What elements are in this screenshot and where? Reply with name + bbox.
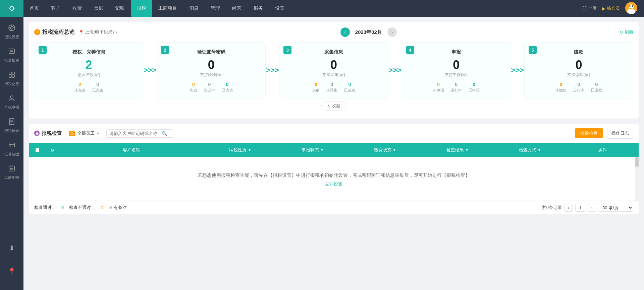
nav-home[interactable]: 首页 [23, 0, 45, 17]
nav-fee[interactable]: 收费 [66, 0, 88, 17]
step-arrow-3: >>> [388, 42, 402, 98]
check-pass-label: 检查通过： [34, 205, 56, 211]
month-prev-btn[interactable]: ‹ [340, 27, 350, 37]
step-arrow-4: >>> [511, 42, 524, 98]
refresh-btn[interactable]: ↻ 刷新 [620, 29, 633, 35]
scrollbar-thumb[interactable] [635, 157, 639, 167]
avatar[interactable] [625, 2, 637, 15]
tax-records-icon [8, 118, 15, 127]
nav-operation[interactable]: 经营 [226, 0, 248, 17]
step-big-num-5: 0 [530, 58, 628, 72]
th-declare-status: 申报状态 ▼ [276, 147, 349, 153]
nav-business[interactable]: 工商项目 [152, 0, 183, 17]
step-title-2: 验证账号密码 [162, 49, 260, 55]
step-stats-2: 0 失败 0 验证中 0 已成功 [162, 82, 260, 93]
fullscreen-btn[interactable]: ⛶ 全屏 [582, 5, 597, 11]
svg-rect-18 [12, 75, 14, 77]
download-icon: ⬇ [9, 244, 15, 252]
table-footer: 检查通过： 0 检查不通过： 0 ☑ 有备注 共0条记录 ‹ 1 › 30 条/… [29, 201, 639, 214]
collapse-btn[interactable]: ∧ 收起 [321, 101, 346, 111]
nav-customer[interactable]: 客户 [45, 0, 66, 17]
svg-point-5 [632, 5, 633, 7]
scrollbar[interactable] [635, 157, 639, 201]
nav-accounting[interactable]: 记账 [109, 0, 131, 17]
svg-point-2 [629, 4, 634, 9]
setup-link[interactable]: 立即设置 [325, 181, 342, 187]
purple-circle-icon: ◉ [34, 131, 40, 136]
search-input[interactable] [109, 131, 160, 136]
per-page-select[interactable]: 30 条/页 50 条/页 100 条/页 [599, 204, 633, 212]
stat-label: 已申报 [469, 88, 480, 93]
stat-label: 失败 [312, 88, 320, 93]
check-fail-value[interactable]: 0 [101, 205, 103, 210]
app-logo[interactable] [0, 0, 23, 17]
collapse-row: ∧ 收起 [34, 98, 633, 113]
filter-icon[interactable]: ▼ [248, 148, 252, 152]
nav-manage[interactable]: 管理 [205, 0, 226, 17]
sidebar-location[interactable]: 📍 [0, 260, 23, 283]
vip-btn[interactable]: ▶ 畅会员 [602, 5, 620, 11]
month-next-btn[interactable]: › [387, 27, 397, 37]
step-big-num-4: 0 [408, 58, 505, 72]
stat-val: 0 [315, 82, 317, 87]
sidebar-item-batch-tax[interactable]: 批量报税 [0, 44, 23, 67]
svg-point-19 [10, 96, 13, 98]
sidebar-item-annual-report[interactable]: 工商年报 [0, 161, 23, 184]
batch-check-button[interactable]: 批量检查 [575, 128, 603, 138]
stat-val: 0 [331, 82, 333, 87]
stat-item: 0 失败 [312, 82, 320, 93]
nav-tax[interactable]: 报税 [131, 0, 152, 17]
nav-settings[interactable]: 设置 [269, 0, 290, 17]
location-tag[interactable]: 📍 上海(电子税局) ∨ [78, 29, 118, 35]
check-pass-value[interactable]: 0 [61, 205, 64, 210]
step-num-3: 3 [283, 46, 291, 54]
arrow-icon: >>> [266, 66, 279, 75]
stat-val: 0 [348, 82, 351, 87]
prev-page-btn[interactable]: ‹ [565, 204, 573, 212]
th-gear[interactable]: ⚙ [46, 148, 59, 153]
stat-val: 0 [437, 82, 440, 87]
stat-item: 0 未缴款 [555, 82, 567, 93]
search-icon[interactable]: 🔍 [162, 131, 167, 136]
step-card-2: 2 验证账号密码 0 支持验证(家) 0 失败 0 验证中 0 已成功 [157, 42, 266, 98]
sidebar-item-tax-settings[interactable]: 报税设置 [0, 20, 23, 44]
nav-message[interactable]: 消息 [183, 0, 205, 17]
nav-invoice[interactable]: 票据 [88, 0, 109, 17]
step-big-num-2: 0 [162, 58, 260, 72]
top-navigation: 首页 客户 收费 票据 记账 报税 工商项目 消息 管理 经营 服务 设置 ⛶ … [0, 0, 644, 17]
employee-select[interactable]: 员 全部员工 ∨ [66, 129, 102, 138]
svg-rect-17 [9, 75, 11, 77]
month-nav: ‹ 2023年02月 › [340, 27, 397, 37]
step-num-4: 4 [406, 46, 414, 54]
stat-label: 已成功 [344, 88, 355, 93]
sidebar-item-clearing[interactable]: 汇算清缴 [0, 137, 23, 161]
total-records: 共0条记录 [542, 205, 562, 211]
filter-icon[interactable]: ▼ [320, 148, 324, 152]
sidebar-download[interactable]: ⬇ [0, 236, 23, 260]
filter-icon[interactable]: ▼ [465, 148, 469, 152]
arrow-icon: >>> [511, 66, 524, 75]
nav-service[interactable]: 服务 [248, 0, 269, 17]
step-num-2: 2 [161, 46, 169, 54]
op-log-button[interactable]: 操作日志 [607, 128, 633, 139]
stat-label: 未缴款 [555, 88, 567, 93]
sidebar-item-tax-records[interactable]: 报税记录 [0, 114, 23, 137]
step-num-5: 5 [529, 46, 537, 54]
select-all-checkbox[interactable] [35, 148, 40, 152]
filter-icon[interactable]: ▼ [538, 148, 541, 152]
step-card-3: 3 采集信息 0 支持采集(家) 0 失败 0 未采集 0 已成功 [279, 42, 388, 98]
steps-row: 1 授权、完善信息 2 总客户数(家) 2 未完善 0 已完善 >>> [34, 42, 633, 98]
th-checkbox[interactable] [29, 148, 46, 152]
step-stats-1: 2 未完善 0 已完善 [40, 82, 138, 93]
sidebar-item-personal-tax[interactable]: 个税申报 [0, 90, 23, 114]
filter-icon[interactable]: ▼ [393, 148, 396, 152]
location-icon: 📍 [8, 268, 16, 276]
refresh-icon: ↻ [620, 30, 623, 35]
step-big-num-3: 0 [285, 58, 382, 72]
sidebar-item-tax-overview[interactable]: 报税总览 [0, 67, 23, 90]
empty-state: 若您想使用报税检查功能，请先在【报税设置】中进行报税的初始化设置，完成密码验证和… [29, 157, 639, 201]
stat-val: 0 [560, 82, 562, 87]
next-page-btn[interactable]: › [588, 204, 596, 212]
overview-card: + 报税流程总览 📍 上海(电子税局) ∨ ‹ 2023年02月 › ↻ 刷新 [29, 22, 639, 119]
batch-tax-icon [8, 48, 15, 57]
